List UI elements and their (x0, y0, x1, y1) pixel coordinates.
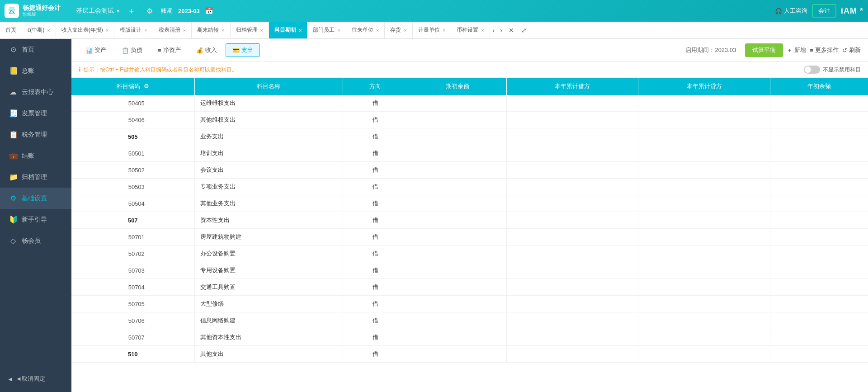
cell-opening-balance (408, 296, 507, 312)
table-row[interactable]: 50405运维维权支出借 (71, 95, 868, 112)
tab-close-icon[interactable]: × (106, 28, 108, 33)
table-row[interactable]: 510其他支出借 (71, 346, 868, 363)
tab-subject-init[interactable]: 科目期初 × (269, 22, 307, 38)
table-row[interactable]: 50702办公设备购置借 (71, 246, 868, 262)
toggle-container[interactable]: 不显示禁用科目 (804, 66, 861, 74)
col-settings-icon[interactable]: ⚙ (144, 83, 149, 90)
tab-close-icon[interactable]: × (376, 28, 379, 33)
sidebar-item-home[interactable]: ⊙ 首页 (0, 39, 71, 60)
table-row[interactable]: 50704交通工具购置借 (71, 279, 868, 296)
tab-close-icon[interactable]: × (183, 28, 186, 33)
tab-close-icon[interactable]: × (481, 28, 484, 33)
sidebar-item-archive[interactable]: 📁 归档管理 (0, 166, 71, 188)
tab-home[interactable]: 首页 (0, 22, 22, 38)
table-row[interactable]: 50706信息网络购建借 (71, 312, 868, 329)
tab-label: 计量单位 (418, 26, 440, 34)
tab-archive[interactable]: 归档管理 × (231, 22, 269, 38)
table-row[interactable]: 50501培训支出借 (71, 145, 868, 162)
table-row[interactable]: 507资本性支出借 (71, 212, 868, 229)
sidebar-item-ledger[interactable]: 📒 总账 (0, 60, 71, 81)
cell-ytd-credit (638, 329, 770, 346)
sidebar-pin-button[interactable]: ◄ ◄取消固定 (0, 370, 71, 387)
balance-button[interactable]: 试算平衡 (745, 43, 783, 57)
filter-tab-income[interactable]: 💰 收入 (189, 43, 224, 57)
table-row[interactable]: 505业务支出借 (71, 128, 868, 145)
tab-currency[interactable]: 币种设置 × (451, 22, 490, 38)
tab-income[interactable]: 收入支出表(年报) × (56, 22, 114, 38)
tab-close-icon[interactable]: × (404, 28, 406, 33)
tab-template[interactable]: 模版设计 × (114, 22, 153, 38)
header-right: 🎧 人工咨询 会计 iAM * (775, 4, 863, 18)
col-code: 科目编码 ⚙ (71, 78, 194, 95)
header-setting-icon[interactable]: ⚙ (144, 6, 156, 16)
sidebar-item-guide[interactable]: 🔰 新手引导 (0, 209, 71, 230)
filter-tab-asset[interactable]: 📊 资产 (79, 43, 113, 57)
customer-service-button[interactable]: 🎧 人工咨询 (775, 7, 807, 15)
sidebar-item-member[interactable]: ◇ 畅会员 (0, 230, 71, 251)
tab-next-button[interactable]: › (497, 22, 505, 38)
cell-code: 50705 (71, 296, 194, 312)
cell-code: 50503 (71, 179, 194, 195)
tab-prev-button[interactable]: ‹ (490, 22, 498, 38)
table-row[interactable]: 50504其他业务支出借 (71, 195, 868, 212)
cell-ytd-debit (507, 195, 638, 212)
sidebar-item-settle[interactable]: 💼 结账 (0, 145, 71, 166)
toggle-switch[interactable] (804, 66, 820, 74)
app-name: 畅捷通好会计 (23, 4, 61, 12)
sidebar-item-tax[interactable]: 📋 税务管理 (0, 124, 71, 145)
company-selector[interactable]: 基层工会测试 ▾ (76, 7, 119, 15)
tab-close-icon[interactable]: × (299, 28, 302, 33)
tab-inventory[interactable]: 存货 × (385, 22, 412, 38)
filter-tab-liability[interactable]: 📋 负债 (115, 43, 149, 57)
cell-year-start-balance (770, 128, 868, 145)
tab-tax[interactable]: 税表清册 × (153, 22, 192, 38)
tab-close-icon[interactable]: × (144, 28, 147, 33)
filter-tab-expense[interactable]: 💳 支出 (226, 43, 260, 57)
table-row[interactable]: 50705大型修缮借 (71, 296, 868, 312)
header-middle: 基层工会测试 ▾ ＋ ⚙ 账期 2023-03 📅 (76, 5, 775, 17)
cell-opening-balance (408, 246, 507, 262)
cell-name: 专用设备购置 (194, 262, 343, 279)
sidebar-item-label: 新手引导 (22, 216, 47, 224)
tab-close-icon[interactable]: × (337, 28, 340, 33)
asset-icon: 📊 (85, 47, 93, 54)
table-row[interactable]: 50703专用设备购置借 (71, 262, 868, 279)
iam-label: iAM * (841, 6, 863, 16)
account-button[interactable]: 会计 (812, 4, 836, 18)
tab-close-all-button[interactable]: ✕ (505, 27, 518, 34)
cell-code: 50706 (71, 312, 194, 329)
table-container: 科目编码 ⚙ 科目名称 方向 期初余额 本年累计借方 本年累计贷方 年初余额 5… (71, 78, 868, 392)
tab-period[interactable]: ε(中期) × (22, 22, 56, 38)
toggle-label-text: 不显示禁用科目 (823, 66, 861, 74)
cell-direction: 借 (343, 312, 408, 329)
tab-unit[interactable]: 计量单位 × (413, 22, 451, 38)
tab-close-icon[interactable]: × (47, 28, 50, 33)
table-row[interactable]: 50503专项业务支出借 (71, 179, 868, 195)
calendar-icon[interactable]: 📅 (205, 7, 213, 14)
ledger-icon: 📒 (9, 66, 17, 75)
sidebar-item-invoice[interactable]: 🧾 发票管理 (0, 103, 71, 124)
filter-tab-equity[interactable]: ≡ 净资产 (151, 43, 188, 57)
sidebar-item-reports[interactable]: ☁ 云报表中心 (0, 81, 71, 103)
col-ytd-debit: 本年累计借方 (507, 78, 638, 95)
tab-close-icon[interactable]: × (222, 28, 224, 33)
table-row[interactable]: 50502会议支出借 (71, 162, 868, 179)
sidebar-item-settings[interactable]: ⚙ 基础设置 (0, 188, 71, 209)
add-button[interactable]: ＋ 新增 (787, 43, 806, 57)
tab-close-icon[interactable]: × (260, 28, 263, 33)
col-name: 科目名称 (194, 78, 343, 95)
refresh-button[interactable]: ↺ 刷新 (842, 43, 861, 57)
add-company-button[interactable]: ＋ (125, 5, 138, 17)
table-row[interactable]: 50701房屋建筑物购建借 (71, 229, 868, 246)
period-display: 启用期间：2023.03 (685, 46, 736, 54)
tab-expand-button[interactable]: ⤢ (518, 27, 530, 34)
tab-dept[interactable]: 部门员工 × (307, 22, 346, 38)
cell-year-start-balance (770, 246, 868, 262)
tab-partner[interactable]: 往来单位 × (346, 22, 385, 38)
tab-close-icon[interactable]: × (443, 28, 445, 33)
table-row[interactable]: 50406其他维权支出借 (71, 112, 868, 128)
cell-year-start-balance (770, 112, 868, 128)
more-button[interactable]: ≡ 更多操作 (810, 43, 839, 57)
table-row[interactable]: 50707其他资本性支出借 (71, 329, 868, 346)
tab-period-end[interactable]: 期末结转 × (192, 22, 230, 38)
